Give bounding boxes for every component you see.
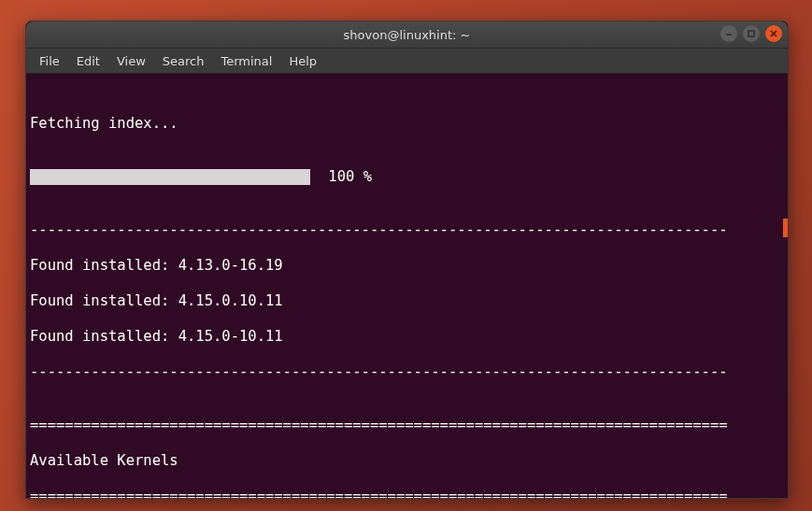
output-line: Found installed: 4.15.0.10.11	[30, 292, 784, 310]
window-controls	[720, 25, 782, 42]
titlebar: shovon@linuxhint: ~	[26, 21, 788, 49]
window-title: shovon@linuxhint: ~	[344, 28, 471, 42]
menu-edit[interactable]: Edit	[69, 51, 107, 71]
menu-file[interactable]: File	[32, 51, 67, 71]
minimize-button[interactable]	[720, 25, 737, 42]
svg-rect-1	[748, 31, 754, 36]
menu-terminal[interactable]: Terminal	[213, 51, 279, 71]
output-line: Found installed: 4.15.0-10.11	[30, 328, 784, 346]
menubar: File Edit View Search Terminal Help	[26, 49, 788, 74]
output-line: ----------------------------------------…	[30, 221, 784, 239]
progress-bar	[30, 169, 310, 185]
menu-view[interactable]: View	[109, 51, 153, 71]
progress-row: 100 %	[30, 168, 784, 186]
maximize-button[interactable]	[743, 25, 760, 42]
progress-label: 100 %	[320, 168, 372, 186]
close-button[interactable]	[765, 25, 782, 42]
output-line: Fetching index...	[30, 115, 784, 133]
terminal-output[interactable]: Fetching index... 100 % ----------------…	[26, 74, 788, 499]
output-line: Found installed: 4.13.0-16.19	[30, 257, 784, 275]
menu-search[interactable]: Search	[155, 51, 212, 71]
output-line: ----------------------------------------…	[30, 363, 784, 381]
terminal-window: shovon@linuxhint: ~ File Edit View Searc…	[25, 21, 789, 499]
scrollbar-thumb[interactable]	[783, 219, 788, 237]
output-line: ========================================…	[30, 488, 784, 499]
menu-help[interactable]: Help	[281, 51, 324, 71]
output-line: Available Kernels	[30, 452, 784, 470]
output-line: ========================================…	[30, 417, 784, 434]
